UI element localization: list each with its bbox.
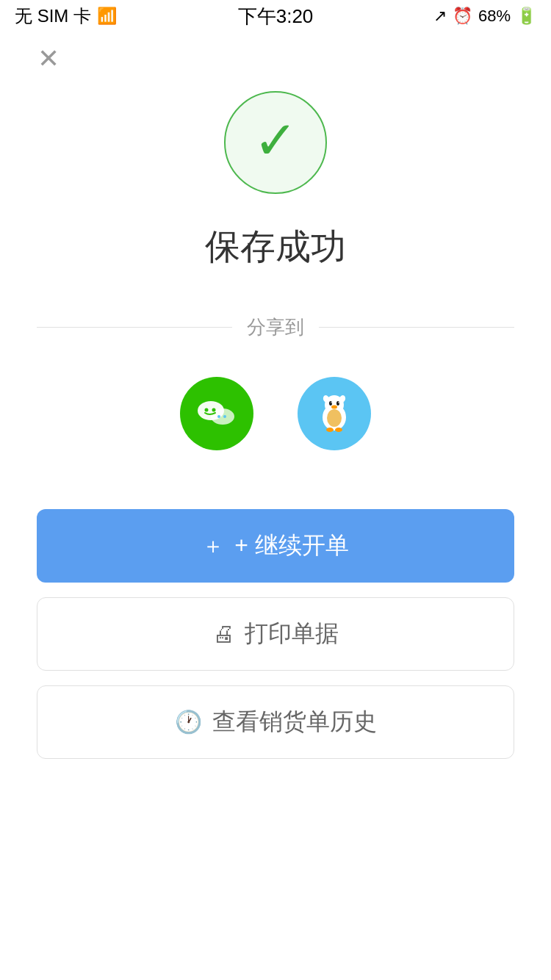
- battery-icon: 🔋: [516, 7, 536, 26]
- qq-icon: [314, 392, 355, 436]
- share-section: 分享到: [0, 314, 551, 450]
- status-left: 无 SIM 卡 📶: [15, 4, 117, 28]
- share-label: 分享到: [247, 314, 304, 340]
- actions-section: ＋ + 继续开单 🖨 打印单据 🕐 查看销货单历史: [0, 509, 551, 759]
- svg-point-9: [336, 401, 339, 406]
- wifi-icon: 📶: [97, 7, 117, 26]
- continue-button[interactable]: ＋ + 继续开单: [37, 509, 514, 583]
- svg-point-11: [338, 402, 339, 403]
- success-circle: ✓: [224, 91, 327, 194]
- print-label: 打印单据: [245, 618, 339, 650]
- svg-point-16: [326, 428, 334, 432]
- status-bar: 无 SIM 卡 📶 下午3:20 ↗ ⏰ 68% 🔋: [0, 0, 551, 32]
- svg-point-10: [331, 402, 332, 403]
- share-divider: 分享到: [37, 314, 514, 340]
- svg-point-13: [327, 409, 342, 427]
- battery-text: 68%: [478, 7, 511, 26]
- checkmark-icon: ✓: [253, 114, 298, 167]
- history-label: 查看销货单历史: [212, 706, 377, 738]
- svg-point-8: [329, 401, 332, 406]
- divider-line-left: [37, 327, 232, 328]
- svg-point-17: [335, 428, 342, 432]
- divider-line-right: [319, 327, 514, 328]
- svg-point-4: [217, 415, 220, 418]
- svg-point-3: [212, 408, 216, 412]
- wechat-icon: [195, 392, 239, 436]
- print-button[interactable]: 🖨 打印单据: [37, 597, 514, 671]
- status-time: 下午3:20: [238, 4, 314, 29]
- plus-icon: ＋: [202, 535, 224, 557]
- share-icons-row: [37, 377, 514, 450]
- qq-share-button[interactable]: [298, 377, 371, 450]
- success-title: 保存成功: [205, 223, 346, 270]
- main-content: ✓ 保存成功 分享到: [0, 32, 551, 980]
- svg-point-5: [223, 415, 226, 418]
- svg-point-12: [331, 406, 337, 409]
- history-icon: 🕐: [175, 711, 202, 733]
- history-button[interactable]: 🕐 查看销货单历史: [37, 685, 514, 759]
- wechat-share-button[interactable]: [180, 377, 253, 450]
- status-right: ↗ ⏰ 68% 🔋: [433, 7, 536, 26]
- carrier-text: 无 SIM 卡: [15, 4, 91, 28]
- svg-point-2: [205, 408, 209, 412]
- location-icon: ↗: [433, 7, 447, 26]
- print-icon: 🖨: [212, 623, 234, 645]
- continue-label: + 继续开单: [234, 530, 349, 562]
- alarm-icon: ⏰: [453, 7, 472, 26]
